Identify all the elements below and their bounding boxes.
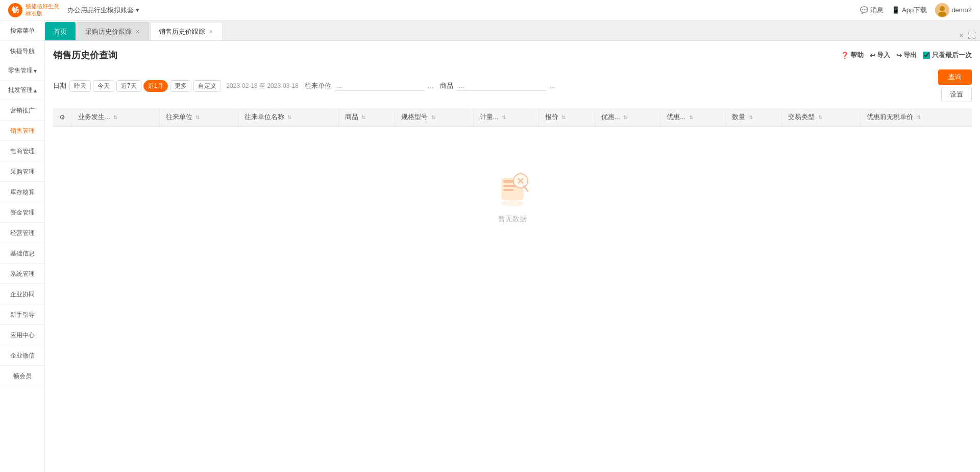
chevron-down-icon: ▾ xyxy=(34,67,37,75)
settings-icon[interactable]: ⚙ xyxy=(59,113,65,121)
date-buttons: 昨天 今天 近7天 近1月 更多 自定义 xyxy=(69,80,221,92)
sort-icon: ⇅ xyxy=(287,114,291,120)
sort-icon: ⇅ xyxy=(818,114,822,120)
tab-purchase[interactable]: 采购历史价跟踪 × xyxy=(77,22,149,40)
sidebar-item-sales[interactable]: 销售管理 xyxy=(0,121,44,141)
col-unit[interactable]: 计量... ⇅ xyxy=(473,108,538,126)
sidebar-item-wholesale[interactable]: 批发管理 ▴ xyxy=(0,81,44,100)
data-table: ⚙ 业务发生... ⇅ 往来单位 ⇅ 往来单位名称 ⇅ xyxy=(53,108,972,127)
only-last-checkbox-label[interactable]: 只看最后一次 xyxy=(923,51,972,60)
sidebar-item-ecommerce[interactable]: 电商管理 xyxy=(0,141,44,161)
sidebar-item-finance[interactable]: 资金管理 xyxy=(0,202,44,223)
sort-icon: ⇅ xyxy=(689,114,693,120)
col-discount1[interactable]: 优惠... ⇅ xyxy=(595,108,660,126)
download-icon: 📱 xyxy=(892,6,900,14)
sidebar-item-wechat[interactable]: 企业微信 xyxy=(0,345,44,366)
date-btn-custom[interactable]: 自定义 xyxy=(193,80,221,92)
col-partner-name[interactable]: 往来单位名称 ⇅ xyxy=(238,108,338,126)
export-icon: ↪ xyxy=(896,52,902,59)
sort-icon: ⇅ xyxy=(917,114,921,120)
close-all-tabs-button[interactable]: × xyxy=(959,31,964,40)
sort-icon: ⇅ xyxy=(749,114,753,120)
query-button[interactable]: 查询 xyxy=(938,69,972,85)
partner-input[interactable] xyxy=(334,81,424,91)
message-icon: 💬 xyxy=(860,6,868,14)
empty-text: 暂无数据 xyxy=(498,215,527,224)
help-icon: ❓ xyxy=(841,52,849,59)
col-qty[interactable]: 数量 ⇅ xyxy=(726,108,782,126)
tab-sales[interactable]: 销售历史价跟踪 × xyxy=(150,22,223,40)
sidebar-item-apps[interactable]: 应用中心 xyxy=(0,325,44,345)
sidebar-item-retail[interactable]: 零售管理 ▾ xyxy=(0,61,44,81)
export-button[interactable]: ↪ 导出 xyxy=(896,51,917,60)
tab-purchase-close[interactable]: × xyxy=(135,29,140,35)
logo-area: 畅 畅捷信好生意 标准版 xyxy=(8,3,59,17)
sidebar-item-search[interactable]: 搜索菜单 xyxy=(0,20,44,41)
product-input[interactable] xyxy=(456,81,546,91)
date-btn-today[interactable]: 今天 xyxy=(93,80,114,92)
sort-icon: ⇅ xyxy=(623,114,627,120)
empty-icon xyxy=(492,168,533,208)
date-label: 日期 xyxy=(53,81,66,90)
sidebar-item-marketing[interactable]: 营销推广 xyxy=(0,100,44,121)
import-button[interactable]: ↩ 导入 xyxy=(870,51,890,60)
chevron-down-icon: ▾ xyxy=(136,6,139,14)
svg-point-1 xyxy=(940,6,945,11)
date-range-text: 2023-02-18 至 2023-03-18 xyxy=(226,82,298,90)
tab-home[interactable]: 首页 xyxy=(45,22,76,40)
sidebar-item-purchase[interactable]: 采购管理 xyxy=(0,161,44,182)
col-price[interactable]: 报价 ⇅ xyxy=(538,108,595,126)
empty-state: 暂无数据 xyxy=(53,127,972,265)
message-button[interactable]: 💬 消息 xyxy=(860,6,884,15)
sidebar-item-operations[interactable]: 经营管理 xyxy=(0,223,44,243)
download-button[interactable]: 📱 App下载 xyxy=(892,6,927,15)
col-biz-date[interactable]: 业务发生... ⇅ xyxy=(72,108,160,126)
sidebar-item-member[interactable]: 畅会员 xyxy=(0,366,44,386)
sidebar-item-guide[interactable]: 新手引导 xyxy=(0,304,44,325)
tab-sales-close[interactable]: × xyxy=(208,29,214,35)
col-spec[interactable]: 规格型号 ⇅ xyxy=(395,108,473,126)
date-btn-yesterday[interactable]: 昨天 xyxy=(69,80,91,92)
sidebar-item-shortcut[interactable]: 快捷导航 xyxy=(0,41,44,61)
content-area: 首页 采购历史价跟踪 × 销售历史价跟踪 × × ⛶ 销售历史价查询 xyxy=(45,20,980,472)
col-discount2[interactable]: 优惠... ⇅ xyxy=(660,108,726,126)
product-picker-button[interactable]: ... xyxy=(549,81,556,90)
page-title-actions: ❓ 帮助 ↩ 导入 ↪ 导出 只看最后一次 xyxy=(841,51,972,60)
sort-icon: ⇅ xyxy=(502,114,506,120)
settings-button[interactable]: 设置 xyxy=(941,87,972,102)
date-btn-1month[interactable]: 近1月 xyxy=(143,80,168,92)
filter-bar: 日期 昨天 今天 近7天 近1月 更多 自定义 2023-02-18 至 202… xyxy=(53,69,972,102)
sidebar: 搜索菜单 快捷导航 零售管理 ▾ 批发管理 ▴ 营销推广 销售管理 电商管理 采 xyxy=(0,20,45,472)
user-menu[interactable]: demo2 xyxy=(935,3,972,17)
col-pre-tax-price[interactable]: 优惠前无税单价 ⇅ xyxy=(861,108,972,126)
col-product[interactable]: 商品 ⇅ xyxy=(338,108,395,126)
sidebar-item-cooperation[interactable]: 企业协同 xyxy=(0,284,44,304)
chevron-up-icon: ▴ xyxy=(34,87,37,94)
col-partner-code[interactable]: 往来单位 ⇅ xyxy=(159,108,238,126)
date-btn-more[interactable]: 更多 xyxy=(170,80,191,92)
avatar xyxy=(935,3,949,17)
col-trade-type[interactable]: 交易类型 ⇅ xyxy=(782,108,861,126)
fullscreen-button[interactable]: ⛶ xyxy=(968,31,976,40)
partner-picker-button[interactable]: ... xyxy=(427,81,434,90)
col-settings[interactable]: ⚙ xyxy=(53,108,72,126)
sidebar-item-system[interactable]: 系统管理 xyxy=(0,264,44,284)
help-button[interactable]: ❓ 帮助 xyxy=(841,51,864,60)
svg-point-2 xyxy=(938,12,946,17)
only-last-checkbox[interactable] xyxy=(923,52,930,59)
sidebar-item-inventory[interactable]: 库存核算 xyxy=(0,182,44,202)
sort-icon: ⇅ xyxy=(561,114,566,120)
page-container: 销售历史价查询 ❓ 帮助 ↩ 导入 ↪ 导出 xyxy=(45,41,980,472)
page-title-bar: 销售历史价查询 ❓ 帮助 ↩ 导入 ↪ 导出 xyxy=(53,49,972,61)
sidebar-item-basic[interactable]: 基础信息 xyxy=(0,243,44,264)
logo-icon: 畅 xyxy=(8,3,22,17)
tab-bar: 首页 采购历史价跟踪 × 销售历史价跟踪 × × ⛶ xyxy=(45,20,980,41)
product-filter: 商品 ... xyxy=(440,81,556,91)
app-selector[interactable]: 办公用品行业模拟账套 ▾ xyxy=(63,4,143,17)
date-btn-7days[interactable]: 近7天 xyxy=(116,80,141,92)
table-header: ⚙ 业务发生... ⇅ 往来单位 ⇅ 往来单位名称 ⇅ xyxy=(53,108,972,126)
svg-point-3 xyxy=(501,200,524,206)
date-filter-group: 日期 昨天 今天 近7天 近1月 更多 自定义 2023-02-18 至 202… xyxy=(53,80,299,92)
partner-label: 往来单位 xyxy=(305,81,331,90)
sort-icon: ⇅ xyxy=(431,114,435,120)
